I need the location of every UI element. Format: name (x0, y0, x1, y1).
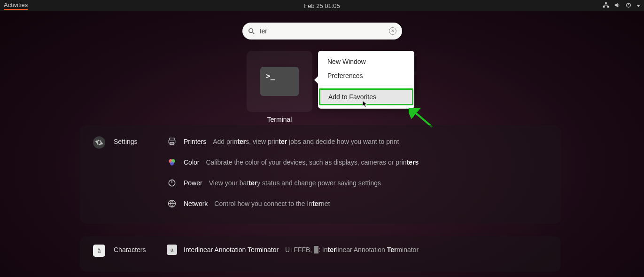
clear-search-icon[interactable]: ✕ (389, 27, 396, 35)
svg-line-7 (413, 111, 432, 127)
network-status-icon[interactable] (603, 2, 609, 10)
settings-result-title: Printers (184, 138, 206, 145)
search-input[interactable] (260, 27, 389, 35)
settings-category-label: Settings (114, 138, 158, 145)
printer-icon (167, 136, 177, 147)
characters-category-icon: à (93, 245, 105, 257)
clock[interactable]: Feb 25 01:05 (304, 2, 340, 9)
settings-result-desc: Control how you connect to the Internet (214, 200, 330, 207)
system-menu-chevron-icon[interactable] (636, 5, 640, 7)
volume-icon[interactable] (614, 2, 621, 10)
characters-result-item[interactable]: à Interlinear Annotation Terminator U+FF… (167, 245, 548, 255)
power-icon[interactable] (625, 2, 632, 10)
svg-point-5 (248, 28, 252, 32)
character-glyph-icon: à (167, 245, 177, 255)
settings-result-desc: View your battery status and change powe… (209, 179, 381, 187)
power-icon (167, 178, 177, 188)
svg-point-13 (170, 161, 174, 165)
characters-result-desc: U+FFFB, : Interlinear Annotation Termina… (285, 246, 419, 253)
search-icon (248, 28, 255, 35)
settings-result-desc: Add printers, view printer jobs and deci… (213, 138, 399, 145)
settings-results-panel: Settings PrintersAdd printers, view prin… (80, 125, 561, 224)
settings-result-title: Network (184, 200, 208, 207)
characters-result-title: Interlinear Annotation Terminator (184, 246, 279, 253)
network-icon (167, 198, 177, 209)
svg-rect-0 (605, 2, 607, 4)
context-menu: New Window Preferences Add to Favorites (318, 51, 414, 109)
characters-results-panel: à Characters à Interlinear Annotation Te… (80, 236, 561, 272)
context-menu-separator (320, 86, 412, 86)
search-bar[interactable]: ✕ (242, 23, 402, 40)
app-result-label: Terminal (247, 116, 312, 123)
settings-result-color[interactable]: ColorCalibrate the color of your devices… (167, 157, 548, 167)
svg-rect-10 (170, 142, 174, 145)
app-result-terminal[interactable]: Terminal (247, 51, 312, 123)
activities-button[interactable]: Activities (4, 1, 28, 10)
svg-line-6 (252, 32, 254, 33)
context-menu-add-to-favorites[interactable]: Add to Favorites (319, 88, 413, 105)
settings-result-network[interactable]: NetworkControl how you connect to the In… (167, 198, 548, 209)
characters-category-label: Characters (114, 246, 158, 253)
context-menu-preferences[interactable]: Preferences (318, 69, 414, 83)
svg-rect-2 (607, 6, 609, 8)
context-menu-new-window[interactable]: New Window (318, 55, 414, 69)
terminal-icon (260, 67, 299, 96)
svg-rect-1 (603, 6, 605, 8)
settings-result-title: Power (184, 179, 202, 187)
settings-result-title: Color (184, 158, 199, 166)
color-icon (167, 157, 177, 167)
top-bar: Activities Feb 25 01:05 (0, 0, 644, 11)
settings-result-desc: Calibrate the color of your devices, suc… (206, 158, 419, 166)
settings-category-icon (93, 136, 105, 149)
settings-result-power[interactable]: PowerView your battery status and change… (167, 178, 548, 188)
settings-result-printer[interactable]: PrintersAdd printers, view printer jobs … (167, 136, 548, 147)
